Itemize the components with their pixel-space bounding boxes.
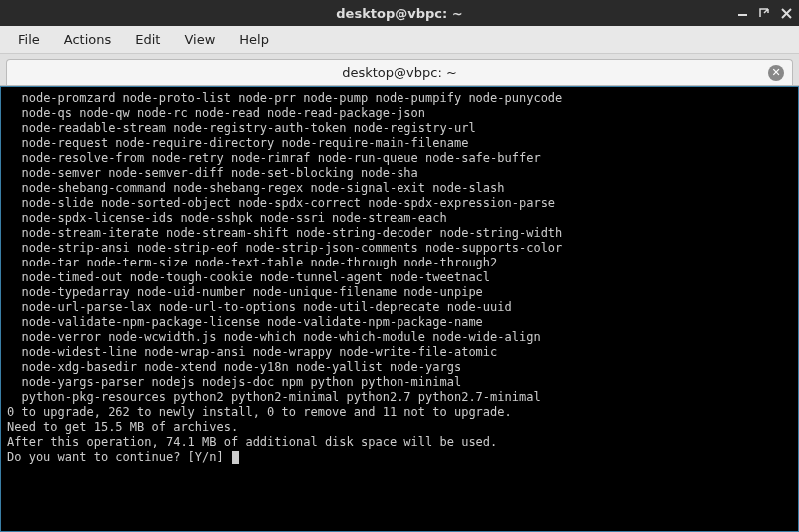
menu-file[interactable]: File <box>8 28 50 51</box>
terminal-line: node-promzard node-proto-list node-prr n… <box>7 91 792 106</box>
tab-label: desktop@vbpc: ~ <box>342 65 457 80</box>
terminal-line: node-validate-npm-package-license node-v… <box>7 315 792 330</box>
menubar: File Actions Edit View Help <box>0 26 799 54</box>
terminal-line: node-widest-line node-wrap-ansi node-wra… <box>7 345 792 360</box>
terminal-line: After this operation, 74.1 MB of additio… <box>7 435 792 450</box>
terminal-line: 0 to upgrade, 262 to newly install, 0 to… <box>7 405 792 420</box>
terminal-line: node-spdx-license-ids node-sshpk node-ss… <box>7 211 792 226</box>
menu-actions[interactable]: Actions <box>54 28 122 51</box>
terminal-line: node-verror node-wcwidth.js node-which n… <box>7 330 792 345</box>
terminal-line: node-readable-stream node-registry-auth-… <box>7 121 792 136</box>
terminal-line: node-yargs-parser nodejs nodejs-doc npm … <box>7 375 792 390</box>
terminal-line: node-strip-ansi node-strip-eof node-stri… <box>7 241 792 256</box>
window-title: desktop@vbpc: ~ <box>336 6 462 21</box>
terminal-output[interactable]: node-promzard node-proto-list node-prr n… <box>0 86 799 532</box>
terminal-cursor <box>232 451 239 464</box>
terminal-line: node-shebang-command node-shebang-regex … <box>7 181 792 196</box>
terminal-line: Do you want to continue? [Y/n] <box>7 450 792 465</box>
terminal-line: node-slide node-sorted-object node-spdx-… <box>7 196 792 211</box>
terminal-line: node-semver node-semver-diff node-set-bl… <box>7 166 792 181</box>
terminal-line: node-typedarray node-uid-number node-uni… <box>7 285 792 300</box>
window-titlebar: desktop@vbpc: ~ <box>0 0 799 26</box>
minimize-button[interactable] <box>735 6 749 20</box>
window-controls <box>735 0 793 26</box>
terminal-line: Need to get 15.5 MB of archives. <box>7 420 792 435</box>
terminal-line: python-pkg-resources python2 python2-min… <box>7 390 792 405</box>
menu-view[interactable]: View <box>174 28 225 51</box>
maximize-button[interactable] <box>757 6 771 20</box>
menu-edit[interactable]: Edit <box>125 28 170 51</box>
close-icon[interactable]: ✕ <box>768 65 784 81</box>
terminal-line: node-qs node-qw node-rc node-read node-r… <box>7 106 792 121</box>
close-button[interactable] <box>779 6 793 20</box>
menu-help[interactable]: Help <box>229 28 279 51</box>
terminal-line: node-resolve-from node-retry node-rimraf… <box>7 151 792 166</box>
terminal-line: node-timed-out node-tough-cookie node-tu… <box>7 270 792 285</box>
terminal-tab[interactable]: desktop@vbpc: ~ ✕ <box>6 59 793 85</box>
terminal-line: node-stream-iterate node-stream-shift no… <box>7 226 792 241</box>
terminal-line: node-tar node-term-size node-text-table … <box>7 256 792 270</box>
terminal-line: node-xdg-basedir node-xtend node-y18n no… <box>7 360 792 375</box>
terminal-line: node-url-parse-lax node-url-to-options n… <box>7 300 792 315</box>
tabbar: desktop@vbpc: ~ ✕ <box>0 54 799 86</box>
terminal-line: node-request node-require-directory node… <box>7 136 792 151</box>
